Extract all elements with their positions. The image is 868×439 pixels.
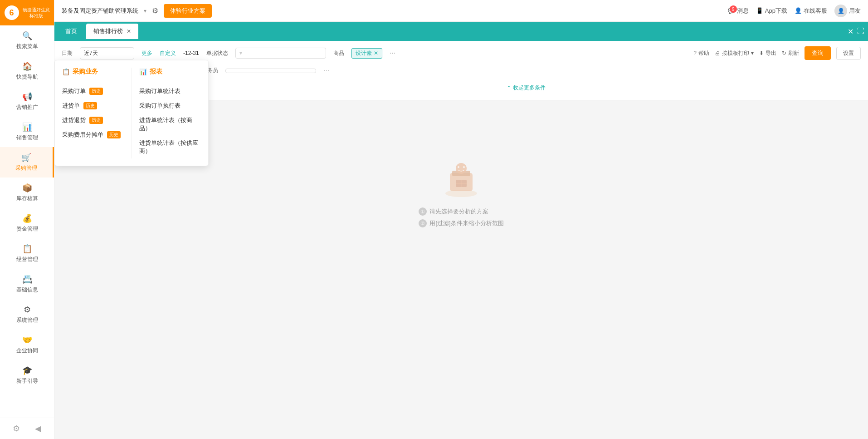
nav-icon-purchase: 🛒	[21, 153, 31, 163]
inbound-label: 进货单	[62, 102, 80, 110]
trial-button[interactable]: 体验行业方案	[164, 4, 212, 18]
report-section-label: 报表	[150, 68, 162, 76]
content-area: 日期 近7天 更多 自定义 -12-31 单据状态 ▾ 商品 设计素 ✕ ···	[54, 41, 868, 439]
collapse-footer-icon[interactable]: ◀	[35, 424, 41, 434]
nav-icon-search: 🔍	[22, 31, 32, 41]
user-label: 用友	[849, 7, 861, 15]
inbound-goods-label: 进货单统计表（按商品）	[139, 116, 201, 133]
menu-item-inbound-by-supplier[interactable]: 进货单统计表（按供应商）	[139, 136, 201, 158]
tab-maximize-icon[interactable]: ⛶	[857, 27, 864, 35]
nav-icon-operations: 📋	[22, 244, 32, 254]
settings-footer-icon[interactable]: ⚙	[13, 424, 20, 434]
purchase-dropdown-menu: 📋 采购业务 采购订单 历史 进货单 历史 进货退货 历史	[54, 60, 209, 166]
nav-label-operations: 经营管理	[16, 256, 38, 263]
message-badge: 9	[730, 5, 737, 13]
service-icon: 👤	[795, 7, 802, 14]
tab-sales-rank-label: 销售排行榜	[93, 27, 123, 35]
order-exec-label: 采购订单执行表	[139, 102, 180, 110]
sidebar-nav: 🔍搜索菜单🏠快捷导航📢营销推广📊销售管理🛒采购管理📦库存核算💰资金管理📋经营管理…	[0, 25, 54, 418]
purchase-order-label: 采购订单	[62, 87, 86, 95]
nav-icon-system: ⚙	[24, 305, 31, 315]
menu-item-order-exec[interactable]: 采购订单执行表	[139, 99, 201, 113]
return-label: 进货退货	[62, 116, 86, 124]
app-icon: 📱	[756, 7, 763, 14]
tab-bar: 首页 销售排行榜 ✕ ✕ ⛶	[54, 22, 868, 41]
nav-label-enterprise: 企业协同	[16, 347, 38, 355]
nav-label-search: 搜索菜单	[16, 43, 38, 50]
tab-home-label: 首页	[65, 27, 77, 35]
user-item[interactable]: 👤 用友	[834, 5, 861, 17]
avatar: 👤	[834, 5, 847, 17]
app-label: App下载	[765, 7, 787, 15]
sidebar-item-beginner[interactable]: 🎓新手引导	[0, 360, 54, 390]
nav-label-sales: 销售管理	[16, 134, 38, 142]
inbound-supplier-label: 进货单统计表（按供应商）	[139, 139, 201, 155]
service-label: 在线客服	[804, 7, 827, 15]
nav-icon-finance: 💰	[22, 213, 32, 223]
dropdown-overlay[interactable]: 📋 采购业务 采购订单 历史 进货单 历史 进货退货 历史	[54, 41, 868, 439]
menu-item-return[interactable]: 进货退货 历史	[62, 113, 124, 128]
history-badge-4: 历史	[107, 131, 121, 138]
menu-item-cost[interactable]: 采购费用分摊单 历史	[62, 128, 124, 142]
nav-icon-sales: 📊	[22, 122, 32, 132]
nav-label-beginner: 新手引导	[16, 377, 38, 385]
messages-item[interactable]: 💬 9 消息	[728, 7, 749, 15]
nav-icon-enterprise: 🤝	[22, 335, 32, 345]
purchase-section-icon: 📋	[62, 68, 70, 75]
cost-label: 采购费用分摊单	[62, 131, 103, 139]
order-stat-label: 采购订单统计表	[139, 87, 180, 95]
logo-line2: 标准版	[23, 13, 50, 19]
tab-bar-right: ✕ ⛶	[848, 27, 864, 36]
sidebar-item-quick-nav[interactable]: 🏠快捷导航	[0, 56, 54, 86]
sidebar-item-sales[interactable]: 📊销售管理	[0, 117, 54, 147]
report-section-title: 📊 报表	[139, 68, 201, 79]
report-section-icon: 📊	[139, 68, 147, 75]
nav-icon-beginner: 🎓	[22, 365, 32, 375]
top-bar-right: 💬 9 消息 📱 App下载 👤 在线客服 👤 用友	[728, 5, 861, 17]
sidebar-item-operations[interactable]: 📋经营管理	[0, 238, 54, 269]
sidebar-item-purchase[interactable]: 🛒采购管理	[0, 147, 54, 178]
sidebar-item-enterprise[interactable]: 🤝企业协同	[0, 330, 54, 360]
tab-close-icon[interactable]: ✕	[127, 28, 131, 35]
nav-label-quick-nav: 快捷导航	[16, 73, 38, 81]
purchase-section-label: 采购业务	[73, 68, 98, 76]
sidebar-logo: 6 畅捷通好生意 标准版	[0, 0, 54, 25]
tab-close-window-icon[interactable]: ✕	[848, 27, 853, 36]
menu-section-report: 📊 报表 采购订单统计表 采购订单执行表 进货单统计表（按商品） 进货单统计表（…	[132, 68, 201, 158]
nav-label-purchase: 采购管理	[15, 164, 37, 172]
system-title: 装备及固定资产辅助管理系统	[62, 7, 138, 15]
app-download-item[interactable]: 📱 App下载	[756, 7, 787, 15]
nav-label-basic-info: 基础信息	[16, 286, 38, 294]
tab-home[interactable]: 首页	[58, 24, 84, 39]
tab-sales-rank[interactable]: 销售排行榜 ✕	[86, 24, 138, 39]
logo-icon: 6	[5, 5, 19, 20]
sidebar-item-basic-info[interactable]: 📇基础信息	[0, 269, 54, 299]
sidebar-footer: ⚙ ◀	[0, 418, 54, 439]
nav-icon-quick-nav: 🏠	[22, 61, 32, 71]
menu-item-inbound[interactable]: 进货单 历史	[62, 99, 124, 113]
logo-line1: 畅捷通好生意	[23, 7, 50, 13]
sidebar-item-system[interactable]: ⚙系统管理	[0, 299, 54, 330]
nav-icon-basic-info: 📇	[22, 274, 32, 284]
sidebar-item-finance[interactable]: 💰资金管理	[0, 208, 54, 238]
sidebar-item-inventory[interactable]: 📦库存核算	[0, 178, 54, 208]
sidebar: 6 畅捷通好生意 标准版 🔍搜索菜单🏠快捷导航📢营销推广📊销售管理🛒采购管理📦库…	[0, 0, 54, 439]
menu-item-inbound-by-goods[interactable]: 进货单统计表（按商品）	[139, 113, 201, 136]
gear-icon[interactable]: ⚙	[152, 6, 158, 15]
history-badge-3: 历史	[89, 117, 103, 124]
menu-section-purchase: 📋 采购业务 采购订单 历史 进货单 历史 进货退货 历史	[62, 68, 132, 158]
nav-icon-inventory: 📦	[22, 183, 32, 193]
menu-item-purchase-order[interactable]: 采购订单 历史	[62, 84, 124, 99]
menu-item-order-stat[interactable]: 采购订单统计表	[139, 84, 201, 99]
sidebar-item-marketing[interactable]: 📢营销推广	[0, 86, 54, 117]
sidebar-item-search[interactable]: 🔍搜索菜单	[0, 25, 54, 56]
history-badge-2: 历史	[83, 102, 97, 109]
system-dropdown-icon[interactable]: ▾	[144, 8, 146, 14]
purchase-section-title: 📋 采购业务	[62, 68, 124, 79]
nav-label-inventory: 库存核算	[16, 195, 38, 202]
nav-label-marketing: 营销推广	[16, 104, 38, 111]
main-area: 装备及固定资产辅助管理系统 ▾ ⚙ 体验行业方案 💬 9 消息 📱 App下载 …	[54, 0, 868, 439]
online-service-item[interactable]: 👤 在线客服	[795, 7, 827, 15]
message-label: 消息	[737, 7, 749, 15]
nav-label-finance: 资金管理	[16, 225, 38, 233]
